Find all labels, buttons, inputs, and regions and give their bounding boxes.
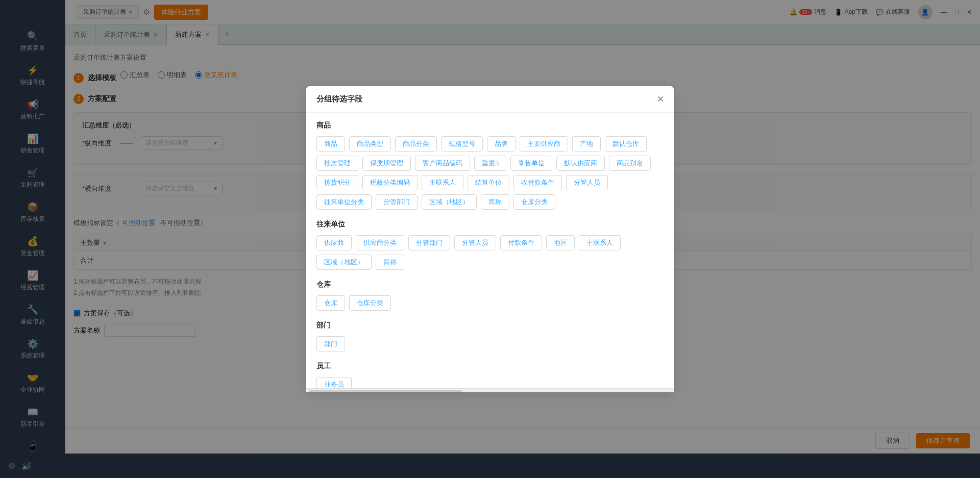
field-tag-default-supplier[interactable]: 默认供应商 [556, 156, 605, 171]
product-group: 商品 商品 商品类型 商品分类 规格型号 品牌 主要供应商 产地 默认仓库 批次… [316, 121, 664, 210]
modal-body[interactable]: 商品 商品 商品类型 商品分类 规格型号 品牌 主要供应商 产地 默认仓库 批次… [306, 113, 674, 388]
employee-tags: 业务员 [316, 377, 664, 388]
employee-group-title: 员工 [316, 362, 664, 371]
field-tag-region[interactable]: 区域（地区） [422, 194, 477, 210]
partner-tags: 供应商 供应商分类 分管部门 分管人员 付款条件 地区 主联系人 区域（地区） … [316, 235, 664, 270]
modal-title: 分组待选字段 [316, 94, 362, 104]
field-tag-expiry-mgmt[interactable]: 保质期管理 [362, 156, 411, 171]
product-tags: 商品 商品类型 商品分类 规格型号 品牌 主要供应商 产地 默认仓库 批次管理 … [316, 136, 664, 210]
field-tag-batch-mgmt[interactable]: 批次管理 [316, 156, 358, 171]
field-tag-partner-contact[interactable]: 主联系人 [579, 235, 621, 250]
field-tag-partner-region[interactable]: 区域（地区） [316, 255, 372, 270]
modal-horizontal-scrollbar[interactable] [306, 388, 674, 392]
field-tag-main-supplier[interactable]: 主要供应商 [520, 136, 568, 152]
warehouse-group: 仓库 仓库 仓库分类 [316, 280, 664, 311]
field-tag-product-category[interactable]: 商品分类 [395, 136, 437, 152]
modal-overlay: 分组待选字段 ✕ 商品 商品 商品类型 商品分类 规格型号 品牌 主要供应商 产… [0, 0, 980, 478]
field-tag-warehouse-cat[interactable]: 仓库分类 [349, 295, 391, 311]
employee-group: 员工 业务员 [316, 362, 664, 388]
field-tag-alias[interactable]: 商品别名 [609, 156, 651, 171]
field-tag-retail-unit[interactable]: 零售单位 [510, 156, 552, 171]
field-tag-salesperson[interactable]: 业务员 [316, 377, 352, 388]
field-tag-supervisor[interactable]: 分管人员 [566, 175, 608, 190]
field-tag-partner-short[interactable]: 简称 [376, 255, 404, 270]
field-tag-spec[interactable]: 规格型号 [441, 136, 483, 152]
scrollbar-thumb[interactable] [309, 390, 462, 392]
field-tag-short-name[interactable]: 简称 [481, 194, 509, 210]
field-tag-warehouse[interactable]: 仓库 [316, 295, 345, 311]
partner-group-title: 往来单位 [316, 220, 664, 229]
field-tag-supplier[interactable]: 供应商 [316, 235, 352, 250]
field-tag-dept[interactable]: 分管部门 [376, 194, 418, 210]
partner-group: 往来单位 供应商 供应商分类 分管部门 分管人员 付款条件 地区 主联系人 区域… [316, 220, 664, 270]
field-tag-area[interactable]: 地区 [546, 235, 575, 250]
warehouse-tags: 仓库 仓库分类 [316, 295, 664, 311]
field-tag-product[interactable]: 商品 [316, 136, 345, 152]
field-tag-product-type[interactable]: 商品类型 [349, 136, 391, 152]
field-tag-department[interactable]: 部门 [316, 336, 345, 351]
dept-group: 部门 部门 [316, 321, 664, 351]
field-tag-settle-unit[interactable]: 结算单位 [468, 175, 509, 190]
field-tag-main-contact[interactable]: 主联系人 [422, 175, 463, 190]
dept-tags: 部门 [316, 336, 664, 351]
field-tag-payment-terms[interactable]: 收付款条件 [513, 175, 562, 190]
field-tag-warehouse-category[interactable]: 仓库分类 [513, 194, 555, 210]
product-group-title: 商品 [316, 121, 664, 130]
field-tag-supplier-category[interactable]: 供应商分类 [356, 235, 404, 250]
field-tag-brand[interactable]: 品牌 [487, 136, 516, 152]
field-tag-customer-code[interactable]: 客户商品编码 [415, 156, 470, 171]
field-tag-partner-category[interactable]: 往来单位分类 [316, 194, 372, 210]
field-tag-origin[interactable]: 产地 [572, 136, 601, 152]
field-tag-default-warehouse[interactable]: 默认仓库 [605, 136, 647, 152]
field-tag-partner-supervisor[interactable]: 分管人员 [454, 235, 496, 250]
field-tag-tax-code[interactable]: 税收分类编码 [362, 175, 418, 190]
field-tag-payment-condition[interactable]: 付款条件 [500, 235, 542, 250]
field-tag-weight[interactable]: 重量3 [474, 156, 506, 171]
modal-dialog: 分组待选字段 ✕ 商品 商品 商品类型 商品分类 规格型号 品牌 主要供应商 产… [306, 86, 674, 392]
modal-header: 分组待选字段 ✕ [306, 86, 674, 113]
dept-group-title: 部门 [316, 321, 664, 330]
warehouse-group-title: 仓库 [316, 280, 664, 289]
modal-close-button[interactable]: ✕ [657, 94, 664, 104]
field-tag-pick-points[interactable]: 拣货积分 [316, 175, 358, 190]
field-tag-partner-dept[interactable]: 分管部门 [408, 235, 450, 250]
